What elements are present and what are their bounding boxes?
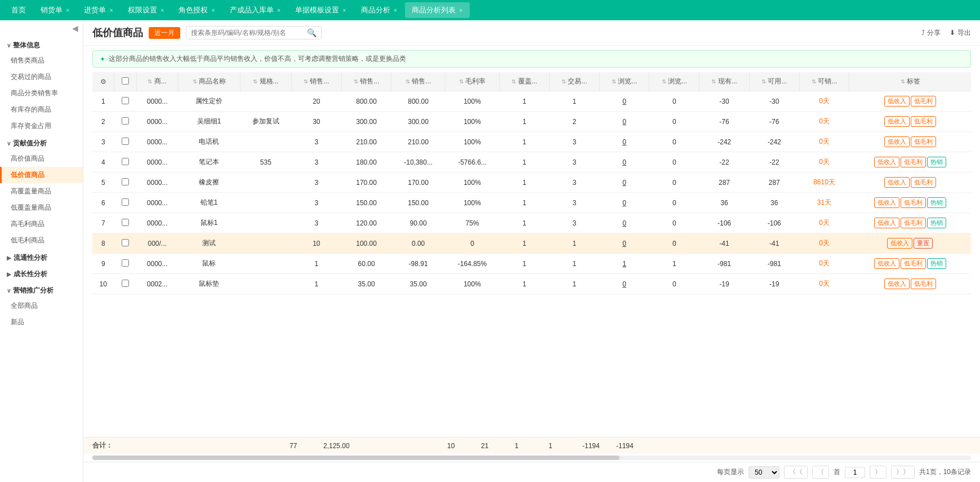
sidebar-item-高毛利商品[interactable]: 高毛利商品 bbox=[0, 216, 83, 232]
cell-tags: 低收入低毛利热销 bbox=[849, 213, 971, 233]
browse-link[interactable]: 0 bbox=[622, 240, 626, 247]
row-checkbox[interactable] bbox=[122, 280, 129, 287]
nav-item-角色授权[interactable]: 角色授权× bbox=[172, 2, 221, 18]
page-input[interactable] bbox=[845, 467, 865, 478]
select-all-checkbox[interactable] bbox=[122, 77, 129, 85]
nav-item-进货单[interactable]: 进货单× bbox=[77, 2, 119, 18]
row-checkbox[interactable] bbox=[122, 219, 129, 226]
row-checkbox[interactable] bbox=[122, 198, 129, 206]
cell-checkbox bbox=[114, 213, 137, 233]
nav-item-商品分析列表[interactable]: 商品分析列表× bbox=[405, 2, 469, 18]
col-header-code[interactable]: ⇅ 商... bbox=[136, 72, 178, 91]
next-page-btn[interactable]: 〉 bbox=[870, 466, 887, 479]
col-header-settings[interactable]: ⚙ bbox=[92, 72, 114, 91]
row-checkbox[interactable] bbox=[122, 178, 129, 185]
col-header-checkbox[interactable] bbox=[114, 72, 137, 91]
col-header-sales2[interactable]: ⇅ 销售... bbox=[341, 72, 391, 91]
nav-item-单据模板设置[interactable]: 单据模板设置× bbox=[288, 2, 353, 18]
col-header-stock3[interactable]: ⇅ 可销... bbox=[799, 72, 849, 91]
row-checkbox[interactable] bbox=[122, 259, 129, 267]
filter-tag[interactable]: 近一月 bbox=[149, 27, 180, 39]
col-header-margin[interactable]: ⇅ 毛利率 bbox=[445, 72, 499, 91]
sidebar-item-新品[interactable]: 新品 bbox=[0, 314, 83, 330]
settings-icon[interactable]: ⚙ bbox=[100, 78, 106, 86]
table-wrapper[interactable]: ⚙⇅ 商...⇅ 商品名称⇅ 规格...⇅ 销售...⇅ 销售...⇅ 销售..… bbox=[83, 72, 980, 437]
sidebar-item-交易过的商品[interactable]: 交易过的商品 bbox=[0, 69, 83, 85]
cell-no: 8 bbox=[92, 233, 114, 254]
row-checkbox[interactable] bbox=[122, 97, 129, 104]
col-header-sales3[interactable]: ⇅ 销售... bbox=[391, 72, 445, 91]
sidebar-item-商品分类销售率[interactable]: 商品分类销售率 bbox=[0, 85, 83, 101]
last-page-btn[interactable]: 〉〉 bbox=[891, 466, 915, 479]
cell-coverage: 1 bbox=[500, 193, 550, 213]
sidebar-item-低毛利商品[interactable]: 低毛利商品 bbox=[0, 232, 83, 249]
scrollbar-area[interactable] bbox=[83, 454, 980, 462]
col-header-browse2[interactable]: ⇅ 浏览... bbox=[649, 72, 700, 91]
col-header-stock2[interactable]: ⇅ 可用... bbox=[749, 72, 799, 91]
nav-item-权限设置[interactable]: 权限设置× bbox=[121, 2, 171, 18]
nav-item-产成品入库单[interactable]: 产成品入库单× bbox=[223, 2, 287, 18]
nav-close-icon[interactable]: × bbox=[342, 7, 346, 14]
sidebar-group-成长性分析[interactable]: ▶ 成长性分析 bbox=[0, 265, 83, 281]
share-icon: ⤴ bbox=[921, 29, 925, 37]
col-header-stock1[interactable]: ⇅ 现有... bbox=[700, 72, 750, 91]
nav-item-销货单[interactable]: 销货单× bbox=[34, 2, 76, 18]
export-button[interactable]: ⬇ 导出 bbox=[950, 28, 971, 38]
browse-link[interactable]: 0 bbox=[622, 118, 626, 126]
first-page-btn[interactable]: 〈〈 bbox=[784, 466, 808, 479]
prev-page-btn[interactable]: 〈 bbox=[812, 466, 829, 479]
nav-close-icon[interactable]: × bbox=[66, 7, 69, 14]
nav-close-icon[interactable]: × bbox=[161, 7, 164, 14]
sidebar-item-销售类商品[interactable]: 销售类商品 bbox=[0, 52, 83, 69]
sidebar-group-流通性分析[interactable]: ▶ 流通性分析 bbox=[0, 249, 83, 265]
col-header-spec[interactable]: ⇅ 规格... bbox=[240, 72, 291, 91]
col-header-name[interactable]: ⇅ 商品名称 bbox=[178, 72, 240, 91]
browse-link[interactable]: 0 bbox=[622, 280, 626, 288]
cell-browse2: 0 bbox=[649, 91, 700, 112]
sidebar-item-库存资金占用[interactable]: 库存资金占用 bbox=[0, 118, 83, 134]
sidebar-group-贡献值分析[interactable]: ∨ 贡献值分析 bbox=[0, 134, 83, 151]
browse-link[interactable]: 0 bbox=[622, 98, 626, 105]
row-checkbox[interactable] bbox=[122, 158, 129, 165]
cell-code: 0000... bbox=[136, 91, 178, 112]
browse-link[interactable]: 0 bbox=[622, 219, 626, 227]
table-row: 100002...鼠标垫135.0035.00100%1100-19-190天低… bbox=[92, 274, 971, 294]
sidebar-collapse-btn[interactable]: ◀ bbox=[72, 24, 78, 33]
cell-sales2: 150.00 bbox=[341, 193, 391, 213]
search-input[interactable] bbox=[191, 29, 304, 37]
sidebar-item-低覆盖量商品[interactable]: 低覆盖量商品 bbox=[0, 200, 83, 216]
share-button[interactable]: ⤴ 分享 bbox=[921, 28, 941, 38]
col-header-browse1[interactable]: ⇅ 浏览... bbox=[599, 72, 649, 91]
nav-close-icon[interactable]: × bbox=[394, 7, 397, 14]
row-checkbox[interactable] bbox=[122, 117, 129, 125]
nav-item-商品分析[interactable]: 商品分析× bbox=[354, 2, 404, 18]
sidebar-item-高覆盖量商品[interactable]: 高覆盖量商品 bbox=[0, 183, 83, 200]
browse-link[interactable]: 1 bbox=[622, 260, 626, 268]
sidebar-item-低价值商品[interactable]: 低价值商品 bbox=[0, 167, 83, 183]
browse-link[interactable]: 0 bbox=[622, 179, 626, 187]
nav-close-icon[interactable]: × bbox=[109, 7, 113, 14]
cell-code: 0000... bbox=[136, 132, 178, 152]
browse-link[interactable]: 0 bbox=[622, 199, 626, 207]
row-checkbox[interactable] bbox=[122, 239, 129, 246]
nav-close-icon[interactable]: × bbox=[277, 7, 280, 14]
nav-item-首页[interactable]: 首页 bbox=[5, 2, 33, 18]
col-header-coverage[interactable]: ⇅ 覆盖... bbox=[500, 72, 550, 91]
col-header-sales1[interactable]: ⇅ 销售... bbox=[291, 72, 341, 91]
page-size-select[interactable]: 50 100 200 bbox=[749, 466, 779, 479]
sidebar-group-整体信息[interactable]: ∨ 整体信息 bbox=[0, 36, 83, 52]
sidebar-group-营销推广分析[interactable]: ∨ 营销推广分析 bbox=[0, 281, 83, 298]
browse-link[interactable]: 0 bbox=[622, 158, 626, 166]
col-header-trade[interactable]: ⇅ 交易... bbox=[549, 72, 599, 91]
sidebar-item-全部商品[interactable]: 全部商品 bbox=[0, 298, 83, 314]
cell-browse1: 0 bbox=[599, 112, 649, 132]
nav-close-icon[interactable]: × bbox=[211, 7, 215, 14]
col-header-tags[interactable]: ⇅ 标签 bbox=[849, 72, 971, 91]
sidebar-item-有库存的商品[interactable]: 有库存的商品 bbox=[0, 101, 83, 118]
cell-code: 0000... bbox=[136, 112, 178, 132]
row-checkbox[interactable] bbox=[122, 138, 129, 145]
browse-link[interactable]: 0 bbox=[622, 138, 626, 146]
nav-close-icon[interactable]: × bbox=[459, 7, 462, 14]
sidebar-item-高价值商品[interactable]: 高价值商品 bbox=[0, 151, 83, 167]
sort-icon: ⇅ bbox=[662, 78, 666, 85]
